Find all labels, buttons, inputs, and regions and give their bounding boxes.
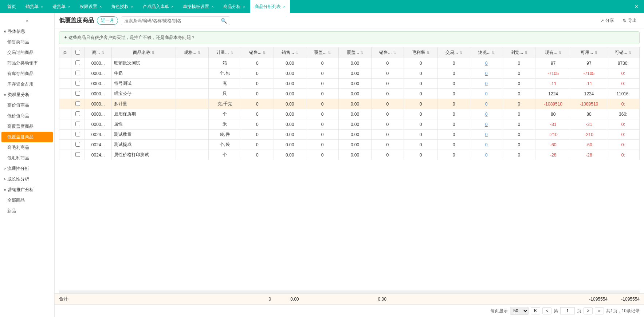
row-checkbox[interactable] (71, 99, 84, 109)
row-browse1[interactable]: 0 (470, 58, 503, 68)
row-browse1[interactable]: 0 (470, 119, 503, 130)
row-checkbox[interactable] (71, 109, 84, 119)
row-select-checkbox[interactable] (75, 60, 80, 65)
search-input[interactable] (124, 18, 221, 23)
col-cov2[interactable]: 覆盖... ⇅ (339, 47, 371, 58)
export-button[interactable]: ↻ 导出 (620, 16, 640, 25)
sidebar-item-stock-funds[interactable]: 库存资金占用 (0, 79, 54, 90)
time-filter-button[interactable]: 近一月 (97, 16, 118, 25)
col-transactions[interactable]: 交易... ⇅ (437, 47, 470, 58)
col-spec[interactable]: 规格... ⇅ (176, 47, 208, 58)
sidebar-item-in-stock-goods[interactable]: 有库存的商品 (0, 68, 54, 79)
sidebar-item-high-value[interactable]: 高价值商品 (0, 100, 54, 111)
sidebar-item-high-gross[interactable]: 高毛利商品 (0, 142, 54, 153)
sidebar-collapse-button[interactable]: « (0, 15, 54, 26)
last-page-button[interactable]: » (595, 307, 604, 314)
sidebar-section-flow[interactable]: > 流通性分析 (0, 163, 54, 174)
row-browse1[interactable]: 0 (470, 89, 503, 99)
sidebar-item-low-coverage[interactable]: 低覆盖度商品 (1, 132, 53, 142)
close-icon[interactable]: × (283, 4, 285, 9)
sidebar-item-new-goods[interactable]: 新品 (0, 206, 54, 216)
page-number-input[interactable] (560, 307, 575, 314)
col-sales-amt[interactable]: 销售... ⇅ (274, 47, 306, 58)
per-page-select[interactable]: 50 100 200 (510, 307, 529, 315)
row-browse1[interactable]: 0 (470, 140, 503, 150)
sidebar-item-low-value[interactable]: 低价值商品 (0, 111, 54, 121)
row-select-checkbox[interactable] (75, 152, 80, 157)
row-select-checkbox[interactable] (75, 122, 80, 126)
col-name[interactable]: 商品名称 ⇅ (112, 47, 176, 58)
row-browse1[interactable]: 0 (470, 130, 503, 140)
row-browse2: 0 (503, 68, 535, 79)
row-checkbox[interactable] (71, 130, 84, 140)
row-select-checkbox[interactable] (75, 111, 80, 116)
close-all-button[interactable]: × (632, 3, 641, 10)
close-icon[interactable]: × (211, 4, 213, 9)
row-browse1[interactable]: 0 (470, 79, 503, 89)
row-browse1[interactable]: 0 (470, 109, 503, 119)
row-checkbox[interactable] (71, 140, 84, 150)
col-browse1[interactable]: 浏览... ⇅ (470, 47, 503, 58)
col-sales-qty[interactable]: 销售... ⇅ (241, 47, 274, 58)
select-all-checkbox[interactable] (75, 50, 80, 55)
sidebar-item-category-sales-rate[interactable]: 商品分类动销率 (0, 58, 54, 68)
row-available: -28 (571, 150, 607, 160)
sidebar-item-all-goods[interactable]: 全部商品 (0, 195, 54, 206)
col-checkbox[interactable] (71, 47, 84, 58)
close-icon[interactable]: × (131, 4, 133, 9)
close-icon[interactable]: × (243, 4, 245, 9)
row-select-checkbox[interactable] (75, 101, 80, 106)
sidebar-section-general[interactable]: ∨ 整体信息 (0, 26, 54, 37)
nav-home[interactable]: 首页 (3, 0, 20, 13)
nav-template-settings[interactable]: 单据模板设置 × (178, 0, 218, 13)
row-checkbox[interactable] (71, 68, 84, 79)
first-page-button[interactable]: K (531, 307, 540, 314)
col-cov1[interactable]: 覆盖... ⇅ (306, 47, 338, 58)
nav-product-analysis[interactable]: 商品分析 × (219, 0, 250, 13)
table-row: 0000... 启用保质期 个 0 0.00 0 0.00 0 0 0 0 0 … (59, 109, 640, 119)
col-sales-days[interactable]: 销售... ⇅ (371, 47, 404, 58)
row-browse1[interactable]: 0 (470, 68, 503, 79)
sidebar-item-sales-goods[interactable]: 销售类商品 (0, 37, 54, 47)
col-code[interactable]: 商... ⇅ (85, 47, 112, 58)
row-browse1[interactable]: 0 (470, 99, 503, 109)
nav-purchase-order[interactable]: 进货单 × (48, 0, 74, 13)
row-select-checkbox[interactable] (75, 91, 80, 96)
horizontal-scrollbar[interactable] (59, 290, 640, 293)
close-icon[interactable]: × (99, 4, 102, 9)
close-icon[interactable]: × (41, 4, 43, 9)
row-select-checkbox[interactable] (75, 81, 80, 86)
next-page-button[interactable]: > (584, 307, 593, 314)
row-checkbox[interactable] (71, 150, 84, 160)
col-available[interactable]: 可用... ⇅ (571, 47, 607, 58)
sidebar-section-growth[interactable]: > 成长性分析 (0, 174, 54, 185)
col-gross-margin[interactable]: 毛利率 ⇅ (404, 47, 438, 58)
nav-product-analysis-list[interactable]: 商品分析列表 × (250, 0, 290, 13)
col-unit[interactable]: 计量... ⇅ (208, 47, 241, 58)
col-settings[interactable]: ⚙ (59, 47, 71, 58)
row-checkbox[interactable] (71, 119, 84, 130)
sidebar-item-low-gross[interactable]: 低毛利商品 (0, 153, 54, 163)
share-button[interactable]: ↗ 分享 (597, 16, 617, 25)
col-sellable[interactable]: 可销... ⇅ (607, 47, 639, 58)
prev-page-button[interactable]: < (542, 307, 551, 314)
col-current-stock[interactable]: 现有... ⇅ (535, 47, 571, 58)
nav-finished-goods[interactable]: 产成品入库单 × (138, 0, 178, 13)
sidebar-section-quality[interactable]: ∨ 类群量分析 (0, 90, 54, 100)
sidebar-item-traded-goods[interactable]: 交易过的商品 (0, 47, 54, 58)
row-select-checkbox[interactable] (75, 132, 80, 136)
col-browse2[interactable]: 浏览... ⇅ (503, 47, 535, 58)
nav-sales-order[interactable]: 销货单 × (21, 0, 47, 13)
close-icon[interactable]: × (171, 4, 173, 9)
row-select-checkbox[interactable] (75, 142, 80, 147)
row-browse1[interactable]: 0 (470, 150, 503, 160)
row-checkbox[interactable] (71, 58, 84, 68)
nav-permission-settings[interactable]: 权限设置 × (75, 0, 106, 13)
row-select-checkbox[interactable] (75, 71, 80, 75)
row-checkbox[interactable] (71, 89, 84, 99)
close-icon[interactable]: × (68, 4, 70, 9)
sidebar-section-marketing[interactable]: ∨ 营销推广分析 (0, 185, 54, 195)
nav-role-auth[interactable]: 角色授权 × (107, 0, 137, 13)
sidebar-item-high-coverage[interactable]: 高覆盖度商品 (0, 121, 54, 132)
row-checkbox[interactable] (71, 79, 84, 89)
